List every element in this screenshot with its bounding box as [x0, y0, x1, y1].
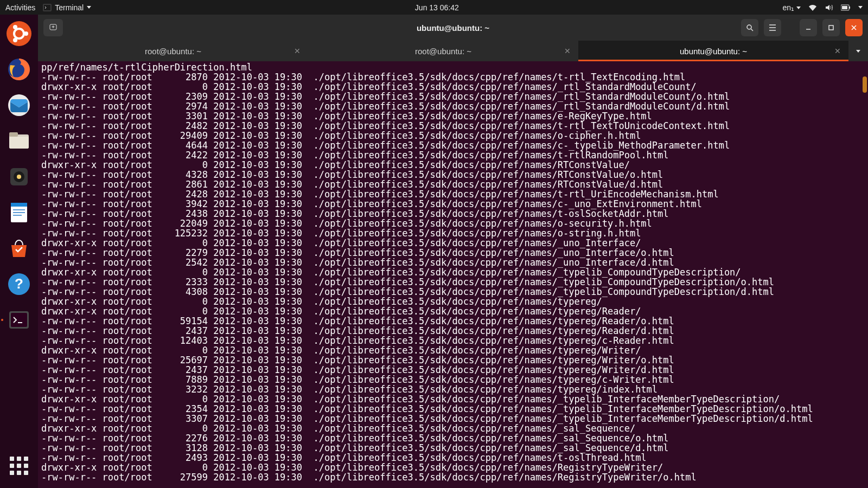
tab-close-icon[interactable]: ✕: [294, 47, 301, 55]
terminal-icon[interactable]: [4, 305, 34, 335]
svg-rect-19: [11, 203, 27, 207]
tab-close-icon[interactable]: ✕: [834, 47, 841, 55]
minimize-button[interactable]: [800, 19, 817, 36]
svg-rect-14: [9, 137, 29, 149]
rhythmbox-icon[interactable]: [4, 162, 34, 191]
battery-icon[interactable]: [841, 4, 851, 11]
svg-rect-26: [11, 313, 27, 327]
terminal-tab-1[interactable]: root@ubuntu: ~✕: [308, 41, 578, 61]
window-titlebar: ubuntu@ubuntu: ~: [38, 15, 868, 41]
svg-rect-3: [842, 6, 847, 9]
svg-rect-4: [849, 7, 850, 9]
wifi-icon[interactable]: [808, 4, 817, 11]
svg-point-8: [13, 25, 17, 29]
terminal-window: ubuntu@ubuntu: ~ root@ubuntu: ~✕root@ubu…: [38, 15, 868, 488]
tab-bar: root@ubuntu: ~✕root@ubuntu: ~✕ubuntu@ubu…: [38, 41, 868, 61]
tab-overflow-button[interactable]: [848, 41, 868, 61]
input-source-indicator[interactable]: en₁: [783, 3, 801, 12]
maximize-icon: [828, 24, 834, 31]
system-menu-chevron-icon[interactable]: [858, 6, 863, 9]
tab-label: root@ubuntu: ~: [145, 47, 201, 56]
terminal-small-icon: [43, 4, 52, 11]
svg-rect-22: [13, 215, 22, 216]
clock[interactable]: Jun 13 06:42: [415, 3, 459, 12]
app-menu-label: Terminal: [55, 3, 84, 12]
app-menu[interactable]: Terminal: [43, 3, 91, 12]
svg-point-17: [17, 175, 21, 179]
close-icon: [851, 24, 857, 31]
svg-point-28: [747, 25, 751, 29]
software-icon[interactable]: [4, 234, 34, 263]
dock: ?: [0, 15, 38, 488]
svg-rect-1: [44, 5, 50, 10]
firefox-icon[interactable]: [4, 55, 34, 84]
terminal-tab-2[interactable]: ubuntu@ubuntu: ~✕: [578, 41, 848, 61]
hamburger-menu-button[interactable]: [764, 19, 781, 36]
search-button[interactable]: [741, 19, 758, 36]
chevron-down-icon: [856, 50, 860, 53]
minimize-icon: [805, 24, 812, 31]
tab-close-icon[interactable]: ✕: [564, 47, 571, 55]
terminal-tab-0[interactable]: root@ubuntu: ~✕: [38, 41, 308, 61]
show-applications-button[interactable]: [4, 451, 34, 480]
libreoffice-writer-icon[interactable]: [4, 198, 34, 227]
svg-rect-21: [13, 212, 25, 213]
help-icon[interactable]: ?: [4, 269, 34, 299]
chevron-down-icon: [87, 6, 91, 9]
thunderbird-icon[interactable]: [4, 91, 34, 120]
close-button[interactable]: [845, 19, 863, 36]
scrollbar-thumb[interactable]: [863, 76, 867, 93]
svg-text:?: ?: [15, 275, 23, 292]
new-tab-icon: [49, 24, 58, 31]
files-icon[interactable]: [4, 126, 34, 156]
hamburger-icon: [769, 24, 776, 31]
svg-point-9: [13, 38, 17, 42]
tab-label: root@ubuntu: ~: [415, 47, 471, 56]
ubuntu-logo-icon[interactable]: [4, 19, 34, 48]
svg-rect-13: [9, 132, 18, 137]
svg-point-7: [24, 31, 28, 36]
svg-rect-29: [829, 25, 833, 30]
volume-icon[interactable]: [825, 4, 833, 11]
maximize-button[interactable]: [822, 19, 840, 36]
activities-button[interactable]: Activities: [5, 3, 35, 12]
tab-label: ubuntu@ubuntu: ~: [680, 47, 747, 56]
gnome-topbar: Activities Terminal Jun 13 06:42 en₁: [0, 0, 868, 15]
chevron-down-icon: [796, 7, 801, 9]
new-tab-button[interactable]: [43, 19, 63, 36]
svg-rect-20: [13, 209, 25, 210]
search-icon: [746, 24, 754, 31]
terminal-output[interactable]: pp/ref/names/t-rtlCipherDirection.html -…: [38, 61, 868, 488]
